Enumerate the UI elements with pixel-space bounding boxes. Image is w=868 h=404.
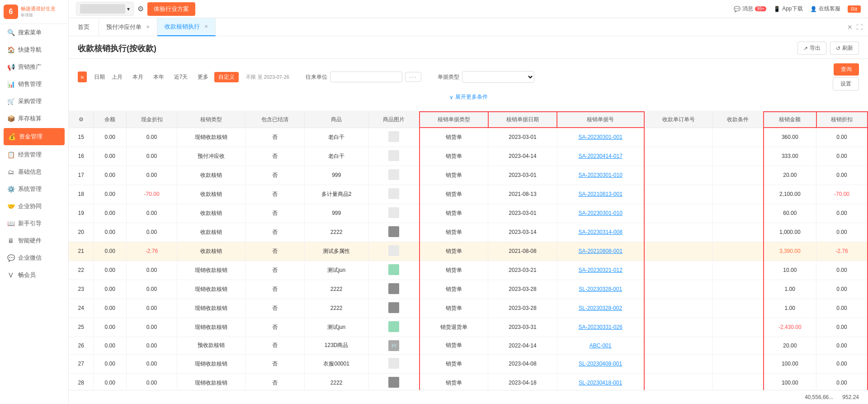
sidebar-item-enterprise[interactable]: 🤝 企业协同 (0, 198, 68, 215)
cell-verify-bill-date: 2023-03-31 (488, 318, 557, 337)
sidebar-item-operation[interactable]: 📋 经营管理 (0, 146, 68, 163)
app-download-label: App下载 (782, 5, 802, 13)
sidebar-item-finance[interactable]: 💰 资金管理 (4, 128, 65, 145)
verify-bill-no-link[interactable]: SA-20210813-001 (578, 191, 622, 197)
date-btn-this-year[interactable]: 本年 (149, 72, 168, 82)
verify-bill-no-link[interactable]: ABC-001 (590, 342, 612, 349)
sidebar-item-system[interactable]: ⚙️ 系统管理 (0, 181, 68, 198)
online-service-button[interactable]: 👤 在线客服 (810, 5, 840, 13)
sidebar-label-wechat: 企业微信 (18, 254, 42, 262)
query-button[interactable]: 查询 (834, 63, 859, 76)
sidebar-item-wechat[interactable]: 💬 企业微信 (0, 249, 68, 266)
sidebar-label-quicknav: 快捷导航 (18, 46, 42, 54)
filter-bar: » 日期 上月 本月 本年 近7天 更多 自定义 不限 至 2023-07-26 (69, 59, 868, 111)
cell-verify-amount: -2,430.00 (764, 318, 816, 337)
cell-verify-discount: 0.00 (816, 299, 868, 318)
workspace-dropdown[interactable]: ▾ (76, 2, 134, 16)
cell-verify-amount: 3,390.00 (764, 242, 816, 261)
sidebar-icon-marketing: 📢 (7, 63, 14, 71)
date-btn-custom[interactable]: 自定义 (214, 72, 239, 82)
verify-bill-no-link[interactable]: SA-20230314-008 (578, 229, 622, 235)
tab-prepay-close-icon[interactable]: ✕ (146, 24, 150, 29)
sidebar-item-hardware[interactable]: 🖥 智能硬件 (0, 232, 68, 249)
cell-verify-discount: 0.00 (816, 354, 868, 373)
header-left: ▾ ⚙ 体验行业方案 (76, 2, 728, 16)
sidebar-item-sales[interactable]: 📊 销售管理 (0, 76, 68, 93)
cell-collection-order-no (644, 223, 712, 242)
sidebar-item-inventory[interactable]: 📦 库存核算 (0, 110, 68, 127)
sidebar-item-marketing[interactable]: 📢 营销推广 (0, 58, 68, 76)
settings-button[interactable]: 设置 (833, 77, 859, 90)
verify-bill-no-link[interactable]: SL-20230328-001 (579, 286, 622, 292)
cell-verify-bill-date: 2023-03-28 (488, 280, 557, 299)
voucher-type-select[interactable] (462, 71, 534, 83)
cell-verify-bill-date: 2023-04-08 (488, 354, 557, 373)
sidebar-item-purchase[interactable]: 🛒 采购管理 (0, 93, 68, 110)
filter-collapse-button[interactable]: » (78, 71, 87, 82)
tab-close-window-icon[interactable]: ✕ (847, 24, 853, 31)
app-download-button[interactable]: 📱 App下载 (774, 5, 802, 13)
refresh-button[interactable]: ↺ 刷新 (830, 42, 859, 55)
cell-collection-condition (712, 128, 764, 147)
filter-row-1: » 日期 上月 本月 本年 近7天 更多 自定义 不限 至 2023-07-26 (78, 63, 859, 90)
cell-balance: 0.00 (94, 147, 127, 166)
sidebar-item-search[interactable]: 🔍 搜索菜单 (0, 24, 68, 41)
date-btn-this-month[interactable]: 本月 (128, 72, 147, 82)
counterparty-input[interactable] (330, 71, 402, 82)
date-btn-more[interactable]: 更多 (193, 72, 212, 82)
export-button[interactable]: ↗ 导出 (797, 42, 826, 55)
verify-bill-no-link[interactable]: SA-20230331-026 (578, 324, 622, 330)
verify-bill-no-link[interactable]: SL-20230408-001 (579, 361, 622, 367)
cell-verify-bill-type: 销货单 (420, 373, 488, 390)
cell-verify-bill-type: 销货单 (420, 354, 488, 373)
cell-verify-amount: 1.00 (764, 280, 816, 299)
expand-conditions-button[interactable]: ∨ 展开更多条件 (449, 93, 488, 101)
cell-verify-type: 现销收款核销 (177, 280, 245, 299)
verify-bill-no-link[interactable]: SA-20230301-001 (578, 134, 622, 140)
refresh-icon: ↺ (836, 45, 840, 52)
cell-verify-bill-no: SA-20230314-008 (557, 223, 644, 242)
data-table: ⚙ 余额 现金折扣 核销类型 包含已结清 商品 商品图片 核销单据类型 核销单据… (69, 111, 868, 390)
date-btn-last-month[interactable]: 上月 (108, 72, 127, 82)
cell-verify-type: 现销收款核销 (177, 318, 245, 337)
cell-product: 2222 (304, 299, 368, 318)
tab-maximize-icon[interactable]: ⛶ (856, 24, 863, 31)
cell-product-img (368, 299, 420, 318)
cell-verify-type: 收款核销 (177, 204, 245, 223)
cell-verify-type: 收款核销 (177, 185, 245, 204)
counterparty-more-icon[interactable]: ··· (405, 72, 421, 82)
user-avatar[interactable]: Rit (848, 5, 861, 13)
tab-collection[interactable]: 收款核销执行 ✕ (157, 18, 216, 36)
verify-bill-no-link[interactable]: SA-20230414-017 (578, 153, 622, 159)
cell-verify-type: 现销收款核销 (177, 261, 245, 280)
sidebar-icon-wechat: 💬 (7, 254, 14, 261)
tab-prepay[interactable]: 预付冲应付单 ✕ (99, 18, 157, 36)
sidebar-item-guide[interactable]: 📖 新手引导 (0, 215, 68, 232)
sidebar-item-base[interactable]: 🗂 基础信息 (0, 163, 68, 181)
verify-bill-no-link[interactable]: SA-20210808-001 (578, 248, 622, 254)
sidebar-label-marketing: 营销推广 (18, 63, 42, 71)
verify-bill-no-link[interactable]: SL-20230328-002 (579, 305, 622, 311)
settings-gear-icon[interactable]: ⚙ (137, 5, 144, 13)
cell-product: 测试jun (304, 261, 368, 280)
cell-verify-bill-type: 销货单 (420, 128, 488, 147)
tab-home[interactable]: 首页 (69, 18, 99, 36)
cell-verify-bill-type: 销货单 (420, 299, 488, 318)
cell-collection-order-no (644, 354, 712, 373)
sidebar-icon-sales: 📊 (7, 81, 14, 88)
cell-verify-discount: 0.00 (816, 166, 868, 185)
cell-index: 24 (69, 299, 94, 318)
messages-button[interactable]: 💬 消息 99+ (734, 5, 766, 13)
verify-bill-no-link[interactable]: SA-20230301-010 (578, 172, 622, 178)
sidebar-item-quicknav[interactable]: 🏠 快捷导航 (0, 41, 68, 58)
cell-collection-condition (712, 354, 764, 373)
verify-bill-no-link[interactable]: SA-20230321-012 (578, 267, 622, 273)
verify-bill-no-link[interactable]: SA-20230301-010 (578, 210, 622, 216)
industry-solution-button[interactable]: 体验行业方案 (147, 2, 195, 16)
verify-bill-no-link[interactable]: SL-20230418-001 (579, 380, 622, 386)
tab-collection-close-icon[interactable]: ✕ (204, 24, 208, 29)
cell-balance: 0.00 (94, 242, 127, 261)
collapse-icon: » (80, 73, 84, 81)
sidebar-item-member[interactable]: V 畅会员 (0, 266, 68, 284)
date-btn-7days[interactable]: 近7天 (170, 72, 192, 82)
